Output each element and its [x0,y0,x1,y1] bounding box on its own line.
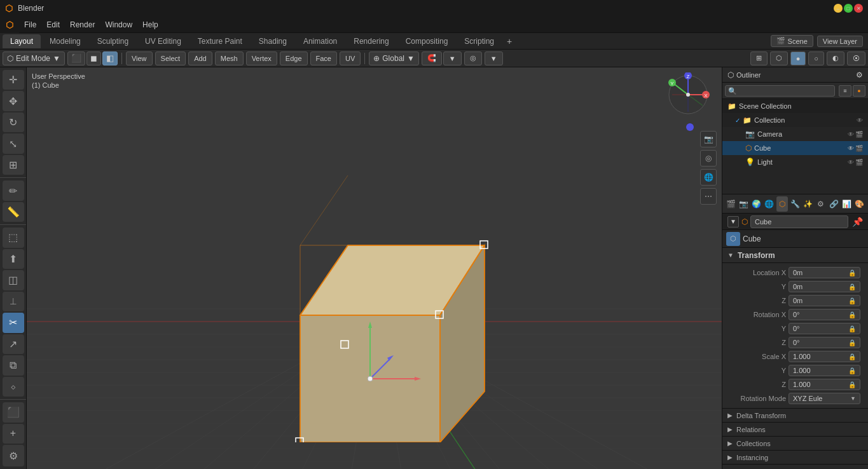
rotation-mode-value[interactable]: XYZ Eule ▼ [789,393,860,404]
outliner-search[interactable] [725,85,835,97]
rip-tool[interactable]: ↗ [3,334,24,354]
tab-compositing[interactable]: Compositing [398,34,456,48]
transform-pivot-selector[interactable]: ⊕ Global ▼ [369,51,419,65]
face-btn[interactable]: Face [310,51,337,65]
magnet-btn[interactable]: 🧲 [422,51,442,65]
add-btn[interactable]: Add [188,51,212,65]
nav-gizmo[interactable]: X Y Z [666,72,717,123]
proportional-options[interactable]: ▼ [485,51,503,65]
prop-scene-btn[interactable]: 🎬 [725,196,736,212]
snap-options[interactable]: ▼ [443,51,462,65]
prop-renderlayer-btn[interactable]: 📷 [738,196,749,212]
scale-tool[interactable]: ⤡ [3,133,24,153]
shear-tool[interactable]: ⧉ [3,355,24,375]
add-tool[interactable]: + [3,424,24,444]
add-workspace-button[interactable]: + [503,34,516,48]
shading-rendered-btn[interactable]: ◐ [827,51,844,65]
eye-icon[interactable]: 👁 [857,117,863,124]
rotation-y-lock[interactable]: 🔒 [848,325,856,332]
annotate-tool[interactable]: ✏ [3,180,24,200]
collection-row[interactable]: ✓ 📁 Collection 👁 [722,113,868,127]
tab-uv-editing[interactable]: UV Editing [137,34,189,48]
collection-checkbox[interactable]: ✓ [735,117,740,124]
cube-render-icon[interactable]: 🎬 [855,145,863,152]
prop-scene2-btn[interactable]: 🌍 [751,196,762,212]
shading-material-btn[interactable]: ○ [808,51,824,65]
scale-y-lock[interactable]: 🔒 [848,367,856,374]
object-name-input[interactable] [750,215,848,228]
rotation-x-value[interactable]: 0° 🔒 [789,309,860,320]
scale-y-value[interactable]: 1.000 🔒 [789,365,860,376]
scale-z-value[interactable]: 1.000 🔒 [789,379,860,390]
filter-selected-btn[interactable]: ● [853,85,865,97]
location-y-value[interactable]: 0m 🔒 [789,281,860,292]
rotation-y-value[interactable]: 0° 🔒 [789,323,860,334]
menu-edit[interactable]: Edit [41,17,65,32]
relations-section[interactable]: ▶ Relations [722,423,868,437]
location-y-lock[interactable]: 🔒 [848,283,856,290]
minimize-button[interactable]: – [834,4,843,13]
loopcut-tool[interactable]: ⟂ [3,292,24,311]
transform-tool[interactable]: ⊞ [3,155,24,175]
maximize-button[interactable]: □ [844,4,853,13]
collections-section[interactable]: ▶ Collections [722,437,868,451]
cursor-tool[interactable]: ✛ [3,70,24,90]
rotation-z-value[interactable]: 0° 🔒 [789,337,860,348]
measure-tool[interactable]: 📏 [3,202,24,222]
prop-data-btn[interactable]: 📊 [841,196,852,212]
tab-sculpting[interactable]: Sculpting [90,34,136,48]
overlay-btn[interactable]: ⊞ [750,51,768,65]
uv-btn[interactable]: UV [340,51,361,65]
props-transform-icon[interactable]: ⬡ [726,232,740,246]
scene-selector[interactable]: 🎬 Scene [771,35,813,47]
prop-particle-btn[interactable]: ✨ [803,196,814,212]
mesh-face-mode[interactable]: ◧ [102,51,118,65]
scene-collection-row[interactable]: 📁 Scene Collection [722,99,868,113]
mode-selector[interactable]: ⬡ Edit Mode ▼ [3,51,65,65]
props-dropdown-btn[interactable]: ▼ [727,216,739,228]
tab-shading[interactable]: Shading [251,34,294,48]
delta-transform-section[interactable]: ▶ Delta Transform [722,409,868,423]
mesh-vertex-mode[interactable]: ⬛ [67,51,85,65]
scale-x-lock[interactable]: 🔒 [848,353,856,360]
menu-window[interactable]: Window [100,17,137,32]
proportional-edit[interactable]: ◎ [464,51,482,65]
instancing-section[interactable]: ▶ Instancing [722,451,868,465]
location-z-value[interactable]: 0m 🔒 [789,295,860,306]
xray-btn[interactable]: ⬡ [770,51,788,65]
viewport-extra-btn[interactable]: ⋯ [700,188,717,205]
menu-help[interactable]: Help [137,17,163,32]
light-row[interactable]: 💡 Light 👁 🎬 [722,155,868,169]
prop-physics-btn[interactable]: ⚙ [815,196,827,212]
tab-modeling[interactable]: Modeling [42,34,88,48]
filter-all-btn[interactable]: ≡ [839,85,851,97]
light-render-icon[interactable]: 🎬 [855,159,863,166]
motion-paths-section[interactable]: ▶ Motion Paths [722,465,868,469]
extrude-tool[interactable]: ⬆ [3,249,24,269]
select-btn[interactable]: Select [155,51,186,65]
outliner-filter-icon[interactable]: ⚙ [856,71,863,79]
camera-render-icon[interactable]: 🎬 [855,131,863,138]
shading-solid-btn[interactable]: ● [790,51,806,65]
tab-animation[interactable]: Animation [296,34,345,48]
smooth-tool[interactable]: ⬦ [3,377,24,397]
rotation-z-lock[interactable]: 🔒 [848,339,856,346]
tab-texture-paint[interactable]: Texture Paint [190,34,250,48]
bevel-tool[interactable]: ◫ [3,270,24,290]
light-eye-icon[interactable]: 👁 [848,159,854,166]
settings-tool[interactable]: ⚙ [3,445,24,466]
rotate-tool[interactable]: ↻ [3,112,24,132]
transform-section-header[interactable]: ▼ Transform [722,248,868,263]
mesh-btn[interactable]: Mesh [215,51,244,65]
move-tool[interactable]: ✥ [3,91,24,111]
tab-layout[interactable]: Layout [3,34,41,48]
rotation-x-lock[interactable]: 🔒 [848,311,856,318]
cube-row[interactable]: ⬡ Cube 👁 🎬 [722,141,868,155]
scale-x-value[interactable]: 1.000 🔒 [789,351,860,362]
tab-scripting[interactable]: Scripting [457,34,502,48]
perspective-ortho-btn[interactable]: ◎ [700,150,717,167]
menu-render[interactable]: Render [65,17,100,32]
add-cube-tool[interactable]: ⬛ [3,402,24,422]
location-x-lock[interactable]: 🔒 [848,269,856,276]
prop-constraint-btn[interactable]: 🔗 [828,196,839,212]
